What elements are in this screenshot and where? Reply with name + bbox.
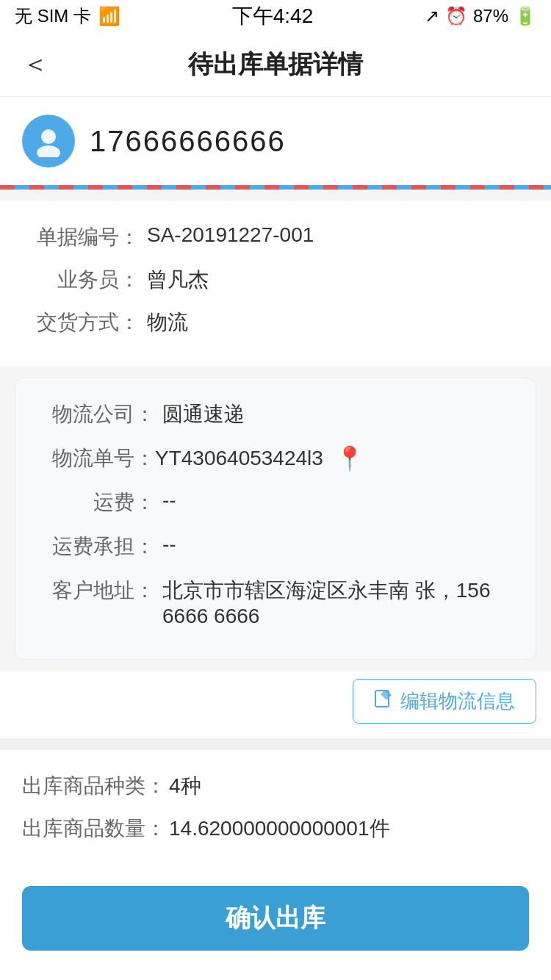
- edit-icon: [374, 689, 393, 713]
- edit-logistics-button[interactable]: 编辑物流信息: [353, 679, 536, 724]
- freight-label: 运费：: [37, 489, 155, 516]
- freight-bearer-label: 运费承担：: [37, 533, 155, 561]
- address-label: 客户地址：: [37, 577, 155, 605]
- tracking-number: YT43064053424l3: [155, 447, 323, 470]
- tracking-label: 物流单号：: [37, 444, 155, 472]
- company-value: 圆通速递: [162, 400, 514, 428]
- page-title: 待出库单据详情: [188, 48, 363, 82]
- confirm-btn-wrap: 确认出库: [0, 871, 551, 980]
- delivery-row: 交货方式： 物流: [22, 309, 529, 336]
- freight-value: --: [162, 489, 514, 512]
- freight-row: 运费： --: [37, 489, 514, 516]
- agent-value: 曾凡杰: [147, 266, 529, 294]
- goods-type-row: 出库商品种类： 4种: [22, 772, 529, 800]
- carrier-text: 无 SIM 卡: [15, 4, 91, 28]
- avatar: [22, 115, 75, 167]
- status-right: ↗ ⏰ 87% 🔋: [425, 6, 536, 26]
- tracking-value-row: YT43064053424l3 📍: [155, 444, 364, 472]
- svg-point-1: [37, 145, 60, 157]
- location-status-icon: ↗: [425, 6, 439, 26]
- svg-point-0: [41, 129, 56, 144]
- status-time: 下午4:42: [232, 2, 314, 30]
- status-left: 无 SIM 卡 📶: [15, 4, 120, 28]
- wifi-icon: 📶: [98, 6, 120, 26]
- address-row: 客户地址： 北京市市辖区海淀区永丰南 张，156 6666 6666: [37, 577, 514, 628]
- goods-section: 出库商品种类： 4种 出库商品数量： 14.620000000000001件: [0, 750, 551, 872]
- edit-btn-wrap: 编辑物流信息: [0, 671, 551, 738]
- company-row: 物流公司： 圆通速递: [37, 400, 514, 428]
- doc-number-label: 单据编号：: [22, 223, 140, 251]
- edit-btn-label: 编辑物流信息: [400, 688, 515, 714]
- address-value: 北京市市辖区海淀区永丰南 张，156 6666 6666: [162, 577, 514, 628]
- nav-bar: ＜ 待出库单据详情: [0, 32, 551, 97]
- doc-number-row: 单据编号： SA-20191227-001: [22, 223, 529, 251]
- freight-bearer-row: 运费承担： --: [37, 533, 514, 561]
- back-button[interactable]: ＜: [22, 46, 48, 82]
- company-label: 物流公司：: [37, 400, 155, 428]
- delivery-label: 交货方式：: [22, 309, 140, 336]
- status-bar: 无 SIM 卡 📶 下午4:42 ↗ ⏰ 87% 🔋: [0, 0, 551, 32]
- confirm-outbound-button[interactable]: 确认出库: [22, 886, 529, 951]
- tracking-row: 物流单号： YT43064053424l3 📍: [37, 444, 514, 472]
- battery-icon: 🔋: [514, 6, 536, 26]
- alarm-icon: ⏰: [445, 6, 467, 26]
- battery-text: 87%: [473, 6, 508, 26]
- location-pin-icon[interactable]: 📍: [335, 444, 364, 472]
- document-info-section: 单据编号： SA-20191227-001 业务员： 曾凡杰 交货方式： 物流: [0, 201, 551, 366]
- goods-quantity-label: 出库商品数量：: [22, 815, 169, 843]
- customer-header: 17666666666: [0, 97, 551, 185]
- logistics-card: 物流公司： 圆通速递 物流单号： YT43064053424l3 📍 运费： -…: [15, 378, 536, 660]
- goods-quantity-row: 出库商品数量： 14.620000000000001件: [22, 815, 529, 843]
- goods-quantity-value: 14.620000000000001件: [169, 815, 529, 843]
- customer-phone: 17666666666: [90, 125, 286, 158]
- freight-bearer-value: --: [162, 533, 514, 556]
- section-divider-1: [0, 738, 551, 750]
- agent-label: 业务员：: [22, 266, 140, 294]
- dashed-divider: [0, 185, 551, 190]
- doc-number-value: SA-20191227-001: [147, 223, 529, 247]
- agent-row: 业务员： 曾凡杰: [22, 266, 529, 294]
- goods-type-value: 4种: [169, 772, 529, 800]
- delivery-value: 物流: [147, 309, 529, 336]
- goods-type-label: 出库商品种类：: [22, 772, 169, 800]
